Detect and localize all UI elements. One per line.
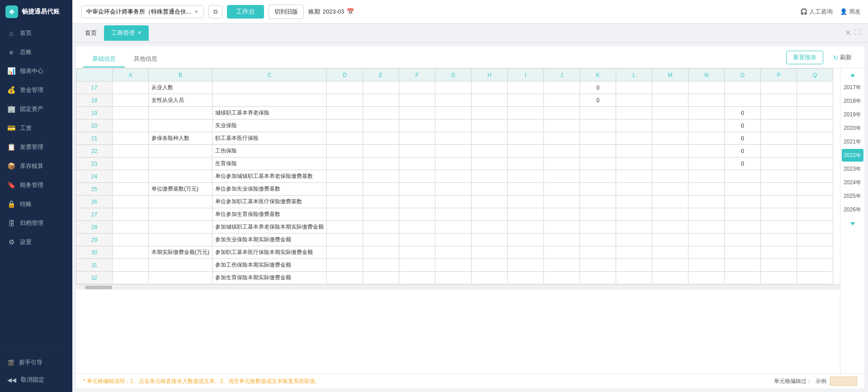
cell-17-f[interactable] <box>399 81 435 94</box>
cell-28-h[interactable] <box>472 221 508 234</box>
cell-24-m[interactable] <box>652 170 689 183</box>
cell-24-e[interactable] <box>363 170 399 183</box>
cell-24-n[interactable] <box>689 170 725 183</box>
cell-31-m[interactable] <box>652 259 689 272</box>
cell-25-c[interactable]: 单位参加失业保险缴费基数 <box>212 183 327 196</box>
cell-17-k[interactable]: 0 <box>580 81 616 94</box>
sidebar-item-home[interactable]: ⌂ 首页 <box>0 24 72 43</box>
cell-23-i[interactable] <box>508 158 544 170</box>
cell-27-k[interactable] <box>580 208 616 221</box>
cell-23-e[interactable] <box>363 158 399 170</box>
cell-22-p[interactable] <box>761 145 797 158</box>
cell-31-p[interactable] <box>761 259 797 272</box>
cell-28-n[interactable] <box>689 221 725 234</box>
cell-31-c[interactable]: 参加工伤保险本期实际缴费金额 <box>212 259 327 272</box>
cell-29-b[interactable] <box>149 234 212 246</box>
cell-22-i[interactable] <box>508 145 544 158</box>
cell-25-g[interactable] <box>435 183 472 196</box>
cell-19-m[interactable] <box>652 107 689 120</box>
cell-20-m[interactable] <box>652 120 689 132</box>
cell-25-k[interactable] <box>580 183 616 196</box>
cell-26-m[interactable] <box>652 196 689 208</box>
cell-17-a[interactable] <box>113 81 149 94</box>
cell-26-g[interactable] <box>435 196 472 208</box>
cell-28-g[interactable] <box>435 221 472 234</box>
cell-18-a[interactable] <box>113 94 149 107</box>
cell-22-c[interactable]: 工伤保险 <box>212 145 327 158</box>
cell-19-h[interactable] <box>472 107 508 120</box>
cell-27-q[interactable] <box>797 208 833 221</box>
unpin-btn[interactable]: ◀◀ 取消固定 <box>0 371 72 388</box>
cell-20-n[interactable] <box>689 120 725 132</box>
cell-32-q[interactable] <box>797 272 833 284</box>
cell-21-a[interactable] <box>113 132 149 145</box>
cell-28-d[interactable] <box>327 221 363 234</box>
cell-24-b[interactable] <box>149 170 212 183</box>
workbench-button[interactable]: 工作台 <box>227 5 264 19</box>
cell-29-p[interactable] <box>761 234 797 246</box>
cell-22-m[interactable] <box>652 145 689 158</box>
cell-29-o[interactable] <box>725 234 761 246</box>
cell-29-g[interactable] <box>435 234 472 246</box>
cell-23-g[interactable] <box>435 158 472 170</box>
year-2022[interactable]: 2022年 <box>842 149 863 162</box>
sidebar-item-assets[interactable]: 🏢 固定资产 <box>0 100 72 119</box>
cell-22-j[interactable] <box>544 145 580 158</box>
cell-18-q[interactable] <box>797 94 833 107</box>
cell-29-l[interactable] <box>616 234 652 246</box>
cell-25-b[interactable]: 单位缴费基数(万元) <box>149 183 212 196</box>
cell-17-l[interactable] <box>616 81 652 94</box>
cell-28-o[interactable] <box>725 221 761 234</box>
cell-24-q[interactable] <box>797 170 833 183</box>
cell-29-m[interactable] <box>652 234 689 246</box>
cell-27-c[interactable]: 单位参加生育保险缴费基数 <box>212 208 327 221</box>
cell-20-b[interactable] <box>149 120 212 132</box>
cell-30-b[interactable]: 本期实际缴费金额(万元) <box>149 246 212 259</box>
cell-25-p[interactable] <box>761 183 797 196</box>
cell-21-l[interactable] <box>616 132 652 145</box>
sidebar-item-tax[interactable]: 🔖 税务管理 <box>0 176 72 195</box>
cell-26-i[interactable] <box>508 196 544 208</box>
cell-24-j[interactable] <box>544 170 580 183</box>
cell-22-o[interactable]: 0 <box>725 145 761 158</box>
cell-26-n[interactable] <box>689 196 725 208</box>
cell-24-l[interactable] <box>616 170 652 183</box>
cell-21-d[interactable] <box>327 132 363 145</box>
cell-17-i[interactable] <box>508 81 544 94</box>
cell-26-c[interactable]: 单位参加职工基本医疗保险缴费基数 <box>212 196 327 208</box>
cell-28-f[interactable] <box>399 221 435 234</box>
cell-18-o[interactable] <box>725 94 761 107</box>
cell-20-q[interactable] <box>797 120 833 132</box>
cell-23-h[interactable] <box>472 158 508 170</box>
cell-20-j[interactable] <box>544 120 580 132</box>
cell-23-b[interactable] <box>149 158 212 170</box>
cell-26-p[interactable] <box>761 196 797 208</box>
cell-28-e[interactable] <box>363 221 399 234</box>
cell-18-d[interactable] <box>327 94 363 107</box>
cell-22-b[interactable] <box>149 145 212 158</box>
cell-17-b[interactable]: 从业人数 <box>149 81 212 94</box>
cell-20-g[interactable] <box>435 120 472 132</box>
cell-29-i[interactable] <box>508 234 544 246</box>
cell-19-j[interactable] <box>544 107 580 120</box>
cell-32-h[interactable] <box>472 272 508 284</box>
cell-19-i[interactable] <box>508 107 544 120</box>
cell-24-f[interactable] <box>399 170 435 183</box>
year-2021[interactable]: 2021年 <box>842 135 863 148</box>
cell-19-g[interactable] <box>435 107 472 120</box>
cell-19-c[interactable]: 城镇职工基本养老保险 <box>212 107 327 120</box>
cell-32-l[interactable] <box>616 272 652 284</box>
cell-29-n[interactable] <box>689 234 725 246</box>
maximize-icon[interactable]: ⛶ <box>854 29 861 37</box>
cell-18-l[interactable] <box>616 94 652 107</box>
cell-21-p[interactable] <box>761 132 797 145</box>
year-2023[interactable]: 2023年 <box>842 163 863 175</box>
cell-27-e[interactable] <box>363 208 399 221</box>
user-avatar[interactable]: 👤 用友 <box>840 8 861 16</box>
cell-23-n[interactable] <box>689 158 725 170</box>
cell-21-f[interactable] <box>399 132 435 145</box>
cell-31-n[interactable] <box>689 259 725 272</box>
cell-20-d[interactable] <box>327 120 363 132</box>
cell-18-m[interactable] <box>652 94 689 107</box>
cell-32-c[interactable]: 参加生育保险本期实际缴费金额 <box>212 272 327 284</box>
